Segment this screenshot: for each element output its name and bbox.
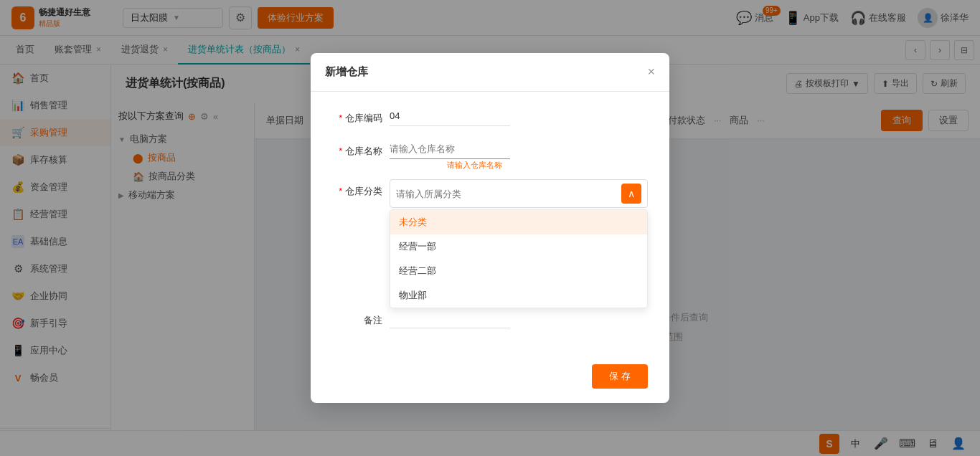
remark-input[interactable] (390, 308, 510, 328)
remark-input-wrapper (390, 308, 648, 328)
save-button[interactable]: 保 存 (592, 364, 648, 389)
code-input-wrapper (390, 106, 648, 126)
modal-title: 新增仓库 (325, 65, 368, 79)
code-label: 仓库编码 (332, 106, 390, 125)
dropdown-item-1[interactable]: 经营一部 (390, 234, 647, 259)
category-toggle-btn[interactable]: ∧ (621, 184, 641, 204)
category-input[interactable] (396, 189, 621, 199)
dropdown-item-0[interactable]: 未分类 (390, 210, 647, 234)
name-label: 仓库名称 (332, 139, 390, 158)
category-input-wrapper: ∧ 未分类 经营一部 经营二部 物业部 (390, 179, 648, 208)
form-row-category: 仓库分类 ∧ 未分类 经营一部 经营二部 物业部 (332, 179, 648, 208)
modal-overlay: 新增仓库 × 仓库编码 仓库名称 请输入仓库名称 仓库分类 (0, 0, 980, 456)
modal-body: 仓库编码 仓库名称 请输入仓库名称 仓库分类 ∧ (311, 92, 669, 356)
dropdown-item-3[interactable]: 物业部 (390, 283, 647, 308)
category-input-container: ∧ (390, 179, 648, 208)
form-row-name: 仓库名称 请输入仓库名称 (332, 139, 648, 159)
dropdown-item-2[interactable]: 经营二部 (390, 259, 647, 283)
name-error-msg: 请输入仓库名称 (447, 160, 502, 171)
remark-label: 备注 (332, 308, 390, 327)
name-input-wrapper: 请输入仓库名称 (390, 139, 648, 159)
modal-add-warehouse: 新增仓库 × 仓库编码 仓库名称 请输入仓库名称 仓库分类 (311, 53, 669, 403)
modal-close-btn[interactable]: × (647, 65, 655, 80)
warehouse-code-input[interactable] (390, 106, 510, 126)
modal-header: 新增仓库 × (311, 53, 669, 92)
warehouse-name-input[interactable] (390, 139, 510, 159)
modal-footer: 保 存 (311, 356, 669, 403)
form-row-remark: 备注 (332, 308, 648, 328)
form-row-code: 仓库编码 (332, 106, 648, 126)
category-label: 仓库分类 (332, 179, 390, 198)
category-dropdown: 未分类 经营一部 经营二部 物业部 (390, 209, 648, 308)
